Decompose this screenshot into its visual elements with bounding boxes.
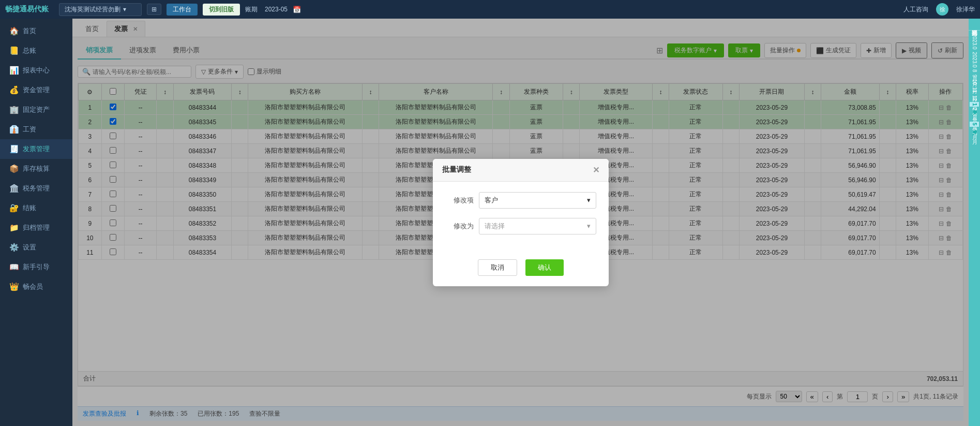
sidebar-item-finance[interactable]: 💰 资金管理 [0, 80, 72, 100]
sidebar-label-tax: 税务管理 [23, 184, 50, 193]
right-panel-may[interactable]: 5月 [970, 122, 979, 127]
modal-change-placeholder: 请选择 [485, 222, 505, 231]
modal-confirm-btn[interactable]: 确认 [525, 259, 564, 276]
sidebar-label-member: 畅会员 [23, 282, 43, 291]
modal-modify-dropdown-icon: ▾ [587, 196, 591, 204]
right-panel-apr[interactable]: 4月 [970, 116, 979, 122]
sidebar-item-report[interactable]: 📊 报表中心 [0, 61, 72, 80]
modal-field-change-label: 修改为 [445, 222, 474, 231]
invoice-icon: 🧾 [9, 144, 19, 154]
sidebar-label-guide: 新手引导 [23, 262, 50, 272]
modal-field-change: 修改为 请选择 ▾ [445, 218, 596, 234]
right-panel: 期间选择 2023.0 2023.0 8月 9月 10月 11月 12月 1月 … [969, 19, 980, 426]
sidebar-item-assets[interactable]: 🏢 固定资产 [0, 100, 72, 120]
right-panel-sep[interactable]: 9月 [970, 74, 979, 79]
company-selector[interactable]: 沈海英测试经营勿删 ▾ [59, 3, 142, 16]
sidebar-item-home[interactable]: 🏠 首页 [0, 21, 72, 41]
sidebar-item-tax[interactable]: 🏛️ 税务管理 [0, 179, 72, 198]
sidebar-item-salary[interactable]: 👔 工资 [0, 120, 72, 139]
ai-service[interactable]: 人工咨询 [903, 5, 928, 14]
sidebar-label-report: 报表中心 [23, 66, 50, 75]
sidebar-label-archive: 归档管理 [23, 223, 50, 232]
right-panel-2023a[interactable]: 2023.0 [971, 33, 978, 51]
right-panel-oct[interactable]: 10月 [970, 78, 979, 86]
sidebar-item-archive[interactable]: 📁 归档管理 [0, 218, 72, 238]
sidebar-label-finance: 资金管理 [23, 85, 50, 95]
assets-icon: 🏢 [9, 105, 19, 114]
modal-cancel-btn[interactable]: 取消 [478, 259, 517, 276]
modal-modify-select[interactable]: 客户 ▾ [479, 192, 596, 209]
salary-icon: 👔 [9, 125, 19, 134]
company-dropdown-icon[interactable]: ▾ [123, 6, 126, 13]
right-panel-feb[interactable]: 2月 [970, 107, 979, 112]
workspace-btn[interactable]: 工作台 [167, 4, 198, 16]
right-panel-aug[interactable]: 8月 [970, 68, 979, 74]
sidebar-item-settings[interactable]: ⚙️ 设置 [0, 238, 72, 257]
sidebar-item-close[interactable]: 🔐 结账 [0, 198, 72, 218]
home-icon: 🏠 [9, 26, 19, 36]
modal-header: 批量调整 ✕ [433, 159, 609, 182]
ledger-icon: 📒 [9, 46, 19, 55]
modal-change-dropdown-icon: ▾ [587, 222, 591, 230]
right-panel-2023b[interactable]: 2023.0 [971, 51, 978, 69]
main-layout: 🏠 首页 📒 总账 📊 报表中心 💰 资金管理 🏢 固定资产 👔 工资 🧾 发票… [0, 19, 980, 426]
content-area: 首页 发票 ✕ 销项发票 进项发票 费用小票 [72, 19, 969, 426]
sidebar-label-salary: 工资 [23, 125, 36, 134]
sidebar-item-guide[interactable]: 📖 新手引导 [0, 257, 72, 277]
sidebar-label-ledger: 总账 [23, 46, 36, 55]
cut-version-btn[interactable]: 切到旧版 [203, 4, 240, 16]
modal-modify-value: 客户 [485, 196, 498, 205]
username: 徐泽华 [956, 5, 975, 14]
sidebar-item-member[interactable]: 👑 畅会员 [0, 277, 72, 297]
modal-field-modify-label: 修改项 [445, 196, 474, 205]
sidebar-item-invoice[interactable]: 🧾 发票管理 [0, 139, 72, 159]
inventory-icon: 📦 [9, 164, 19, 173]
period-value: 2023-05 [265, 6, 288, 13]
modal-close-btn[interactable]: ✕ [593, 165, 599, 175]
right-panel-mar[interactable]: 3月 [970, 112, 979, 117]
report-icon: 📊 [9, 66, 19, 75]
sidebar-item-inventory[interactable]: 📦 库存核算 [0, 159, 72, 179]
right-panel-jun[interactable]: 6月 [970, 127, 979, 132]
right-panel-dec[interactable]: 12月 [970, 94, 979, 102]
calendar-icon[interactable]: 📅 [293, 6, 301, 13]
company-icon-btn[interactable]: ⊞ [147, 4, 161, 15]
right-panel-nov[interactable]: 11月 [970, 86, 979, 94]
avatar: 徐 [936, 3, 948, 16]
sidebar-label-settings: 设置 [23, 243, 36, 252]
modal-footer: 取消 确认 [433, 254, 609, 286]
right-panel-jan[interactable]: 1月 [970, 102, 979, 107]
close-books-icon: 🔐 [9, 203, 19, 213]
member-icon: 👑 [9, 282, 19, 291]
modal-body: 修改项 客户 ▾ 修改为 请选择 ▾ [433, 182, 609, 254]
sidebar-label-assets: 固定资产 [23, 105, 50, 114]
archive-icon: 📁 [9, 223, 19, 232]
sidebar-item-ledger[interactable]: 📒 总账 [0, 41, 72, 61]
sidebar: 🏠 首页 📒 总账 📊 报表中心 💰 资金管理 🏢 固定资产 👔 工资 🧾 发票… [0, 19, 72, 426]
batch-adjust-modal: 批量调整 ✕ 修改项 客户 ▾ 修改为 请选择 [433, 159, 609, 286]
sidebar-label-close: 结账 [23, 203, 36, 213]
top-bar: 畅捷通易代账 沈海英测试经营勿删 ▾ ⊞ 工作台 切到旧版 账期 2023-05… [0, 0, 980, 19]
settings-icon: ⚙️ [9, 243, 19, 252]
sidebar-label-inventory: 库存核算 [23, 164, 50, 173]
company-name: 沈海英测试经营勿删 [65, 5, 120, 14]
modal-overlay[interactable]: 批量调整 ✕ 修改项 客户 ▾ 修改为 请选择 [72, 19, 969, 426]
right-panel-jul[interactable]: 7月 [970, 131, 979, 137]
tax-icon: 🏛️ [9, 184, 19, 193]
top-bar-right: 人工咨询 徐 徐泽华 [903, 3, 975, 16]
app-logo: 畅捷通易代账 [5, 5, 49, 14]
sidebar-label-home: 首页 [23, 26, 36, 36]
finance-icon: 💰 [9, 85, 19, 95]
modal-title: 批量调整 [442, 165, 471, 174]
modal-change-select[interactable]: 请选择 ▾ [479, 218, 596, 234]
right-panel-period[interactable]: 期间选择 [970, 23, 979, 28]
guide-icon: 📖 [9, 262, 19, 272]
modal-field-modify: 修改项 客户 ▾ [445, 192, 596, 209]
sidebar-label-invoice: 发票管理 [23, 144, 50, 154]
period-label: 账期 [245, 5, 258, 14]
